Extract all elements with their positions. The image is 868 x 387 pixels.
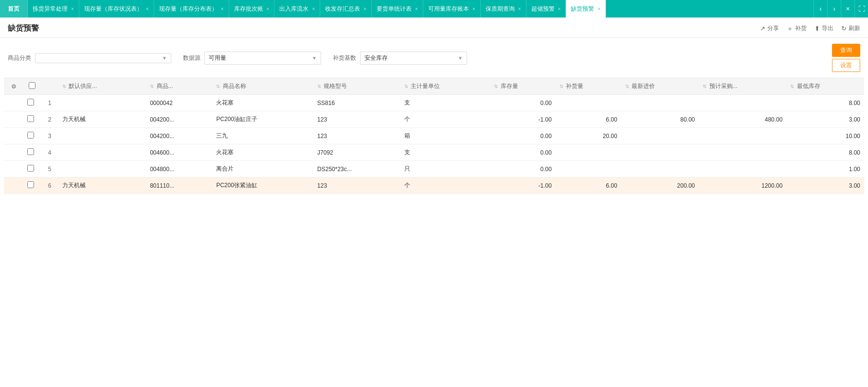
nav-tab-available-book-label: 可用量库存账本: [428, 5, 469, 13]
nav-controls: ‹ › × ⛶: [814, 0, 868, 18]
cell-unit: 个: [400, 111, 490, 128]
th-latest-price[interactable]: ⇅ 最新进价: [621, 78, 699, 95]
nav-tab-recv-send[interactable]: 收发存汇总表 ×: [320, 0, 372, 18]
datasource-label: 数据源: [183, 54, 200, 62]
refresh-button[interactable]: ↻ 刷新: [841, 24, 860, 33]
cell-checkbox[interactable]: [23, 128, 41, 144]
settings-button[interactable]: 设置: [832, 59, 860, 72]
select-all-checkbox[interactable]: [29, 82, 36, 89]
nav-tab-order-stat[interactable]: 要货单统计表 ×: [372, 0, 423, 18]
th-default-supplier[interactable]: ⇅ 默认供应...: [58, 78, 146, 95]
row-checkbox[interactable]: [27, 165, 34, 172]
restock-button[interactable]: ＋ 补货: [787, 24, 807, 33]
page-header: 缺货预警 ↗ 分享 ＋ 补货 ⬆ 导出 ↻ 刷新: [0, 18, 868, 38]
th-est-purchase-label: 预计采购...: [709, 83, 738, 89]
sort-supplier-icon: ⇅: [62, 84, 66, 89]
row-checkbox[interactable]: [27, 181, 34, 188]
th-restock-qty[interactable]: ⇅ 补货量: [556, 78, 621, 95]
cell-checkbox[interactable]: [23, 161, 41, 177]
nav-tab-stock-status[interactable]: 现存量（库存状况表） ×: [79, 0, 154, 18]
close-inout-flow-icon[interactable]: ×: [312, 6, 315, 12]
restock-label: 补货: [795, 24, 807, 33]
th-product-code[interactable]: ⇅ 商品...: [146, 78, 212, 95]
cell-min-stock: 10.00: [786, 128, 864, 144]
nav-tab-expiry-query[interactable]: 保质期查询 ×: [481, 0, 526, 18]
nav-fullscreen-button[interactable]: ⛶: [854, 0, 868, 18]
th-gear[interactable]: ⚙: [4, 78, 23, 95]
close-expiry-query-icon[interactable]: ×: [518, 6, 521, 12]
th-est-purchase[interactable]: ⇅ 预计采购...: [699, 78, 786, 95]
nav-close-button[interactable]: ×: [841, 0, 854, 18]
cell-supplier: [58, 128, 146, 144]
row-checkbox[interactable]: [27, 132, 34, 139]
datasource-select[interactable]: 可用量 ▼: [204, 52, 321, 65]
th-default-supplier-label: 默认供应...: [69, 83, 97, 89]
filter-bar: 商品分类 ▼ 数据源 可用量 ▼ 补货基数 安全库存 ▼ 查询 设置: [0, 38, 868, 78]
share-label: 分享: [767, 24, 779, 33]
category-select[interactable]: ▼: [35, 53, 171, 63]
sort-restock-icon: ⇅: [560, 84, 563, 89]
nav-tab-stock-dist[interactable]: 现存量（库存分布表） ×: [154, 0, 229, 18]
datasource-value: 可用量: [209, 54, 226, 62]
nav-tab-home-label: 首页: [8, 5, 19, 13]
cell-min-stock: 8.00: [786, 144, 864, 161]
cell-spec: 123: [313, 111, 400, 128]
nav-tab-pick-exception-label: 拣货异常处理: [33, 5, 68, 13]
cell-checkbox[interactable]: [23, 144, 41, 161]
share-button[interactable]: ↗ 分享: [760, 24, 779, 33]
nav-tab-shortage-warning[interactable]: 缺货预警 ×: [566, 0, 606, 18]
sort-price-icon: ⇅: [625, 84, 629, 89]
close-pick-exception-icon[interactable]: ×: [71, 6, 74, 12]
cell-product-code: 004600...: [146, 144, 212, 161]
close-stock-status-icon[interactable]: ×: [146, 6, 149, 12]
nav-tab-inout-flow[interactable]: 出入库流水 ×: [274, 0, 320, 18]
nav-next-button[interactable]: ›: [827, 0, 841, 18]
refresh-label: 刷新: [849, 24, 860, 33]
cell-supplier: [58, 161, 146, 177]
row-checkbox[interactable]: [27, 99, 34, 106]
row-checkbox[interactable]: [27, 115, 34, 122]
th-restock-qty-label: 补货量: [566, 83, 583, 89]
th-product-name[interactable]: ⇅ 商品名称: [212, 78, 313, 95]
close-available-book-icon[interactable]: ×: [472, 6, 475, 12]
datasource-filter-group: 数据源 可用量 ▼: [183, 52, 321, 65]
cell-latest-price: 200.00: [621, 177, 699, 194]
cell-supplier: 力天机械: [58, 111, 146, 128]
cell-latest-price: [621, 144, 699, 161]
cell-est-purchase: [699, 128, 786, 144]
nav-tab-overstock-warning[interactable]: 超储预警 ×: [526, 0, 566, 18]
nav-prev-button[interactable]: ‹: [814, 0, 827, 18]
th-unit[interactable]: ⇅ 主计量单位: [400, 78, 490, 95]
cell-min-stock: 1.00: [786, 161, 864, 177]
export-button[interactable]: ⬆ 导出: [814, 24, 833, 33]
cell-checkbox[interactable]: [23, 95, 41, 111]
th-stock-qty[interactable]: ⇅ 库存量: [490, 78, 556, 95]
cell-latest-price: [621, 95, 699, 111]
gear-icon[interactable]: ⚙: [11, 83, 17, 90]
cell-restock-qty: [556, 95, 621, 111]
row-checkbox[interactable]: [27, 148, 34, 155]
th-product-name-label: 商品名称: [223, 83, 246, 89]
close-batch-account-icon[interactable]: ×: [267, 6, 270, 12]
cell-product-code: 004800...: [146, 161, 212, 177]
close-overstock-warning-icon[interactable]: ×: [558, 6, 561, 12]
query-button[interactable]: 查询: [832, 44, 860, 57]
cell-product-name: 离合片: [212, 161, 313, 177]
sort-min-icon: ⇅: [790, 84, 794, 89]
close-recv-send-icon[interactable]: ×: [363, 6, 366, 12]
restock-base-select[interactable]: 安全库存 ▼: [360, 52, 467, 65]
close-stock-dist-icon[interactable]: ×: [221, 6, 224, 12]
th-spec[interactable]: ⇅ 规格型号: [313, 78, 400, 95]
nav-tab-available-book[interactable]: 可用量库存账本 ×: [423, 0, 481, 18]
cell-checkbox[interactable]: [23, 111, 41, 128]
th-min-stock[interactable]: ⇅ 最低库存: [786, 78, 864, 95]
top-navigation: 首页 拣货异常处理 × 现存量（库存状况表） × 现存量（库存分布表） × 库存…: [0, 0, 868, 18]
nav-tab-home[interactable]: 首页: [0, 0, 28, 18]
nav-tab-batch-account[interactable]: 库存批次账 ×: [229, 0, 275, 18]
cell-checkbox[interactable]: [23, 177, 41, 194]
close-shortage-warning-icon[interactable]: ×: [597, 6, 600, 12]
refresh-icon: ↻: [841, 25, 847, 32]
close-order-stat-icon[interactable]: ×: [415, 6, 418, 12]
nav-tab-pick-exception[interactable]: 拣货异常处理 ×: [28, 0, 79, 18]
th-checkbox[interactable]: [23, 78, 41, 95]
